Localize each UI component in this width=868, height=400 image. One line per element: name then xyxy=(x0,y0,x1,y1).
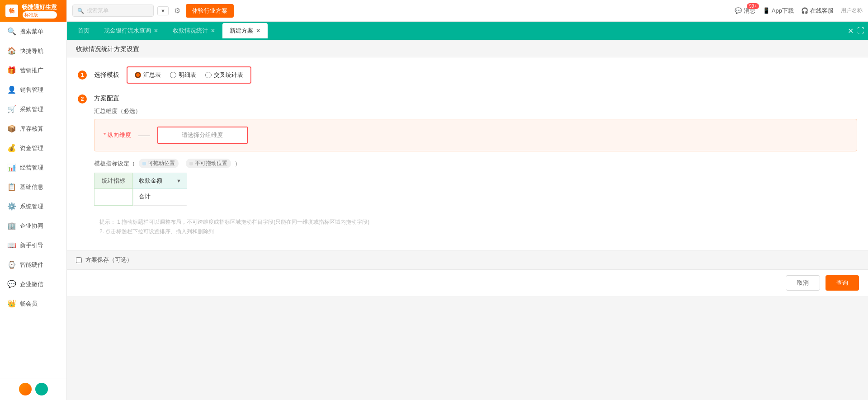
dimension-arrow: —— xyxy=(138,132,150,139)
non-draggable-label: 不可拖动位置 xyxy=(195,160,227,167)
sidebar-item-operations[interactable]: 📊 经营管理 xyxy=(0,158,66,177)
section1-label: 选择模板 xyxy=(94,71,119,79)
sidebar-item-smart-hardware[interactable]: ⌚ 智能硬件 xyxy=(0,255,66,274)
service-btn[interactable]: 🎧 在线客服 xyxy=(801,7,834,15)
notif-badge: 99+ xyxy=(747,3,759,9)
page-title-bar: 收款情况统计方案设置 xyxy=(67,40,868,57)
section2-badge: 2 xyxy=(78,94,87,104)
tab-close-window-btn[interactable]: ✕ xyxy=(848,27,854,35)
industry-btn[interactable]: 体验行业方案 xyxy=(186,4,234,18)
tab-expand-btn[interactable]: ⛶ xyxy=(857,27,864,35)
radio-cross-input[interactable] xyxy=(205,72,212,78)
metrics-label-col: 统计指标 xyxy=(94,173,133,206)
avatar-1 xyxy=(19,383,32,395)
sales-icon: 👤 xyxy=(7,85,16,94)
amount-header-cell[interactable]: 收款金额 ▼ xyxy=(133,173,187,189)
sidebar-item-label-membership: 畅会员 xyxy=(20,300,38,308)
search-menu-icon: 🔍 xyxy=(7,27,16,36)
tab-home-label: 首页 xyxy=(78,27,90,35)
inventory-icon: 📦 xyxy=(7,124,16,133)
dropdown-btn[interactable]: ▼ xyxy=(157,6,169,15)
sidebar-item-system[interactable]: ⚙️ 系统管理 xyxy=(0,197,66,216)
page-content: 收款情况统计方案设置 1 选择模板 汇总表 明细表 xyxy=(67,40,868,400)
user-display: 用户名称 xyxy=(841,7,863,14)
radio-detail[interactable]: 明细表 xyxy=(170,71,196,79)
sidebar-item-purchase[interactable]: 🛒 采购管理 xyxy=(0,99,66,119)
radio-detail-input[interactable] xyxy=(170,72,176,78)
search-placeholder: 搜索菜单 xyxy=(87,7,108,14)
draggable-label: 可拖动位置 xyxy=(148,160,175,167)
download-btn[interactable]: 📱 App下载 xyxy=(763,7,794,15)
sidebar-item-enterprise-wechat[interactable]: 💬 企业微信 xyxy=(0,274,66,294)
metrics-label-header: 统计指标 xyxy=(94,173,132,189)
tab-receipt-stats-label: 收款情况统计 xyxy=(173,27,208,35)
message-icon: 💬 xyxy=(735,7,742,14)
download-icon: 📱 xyxy=(763,7,770,14)
logo-badge: 标准版 xyxy=(23,11,57,19)
page-footer: 取消 查询 xyxy=(67,269,868,296)
tab-bank-flow-close[interactable]: ✕ xyxy=(154,28,158,34)
purchase-icon: 🛒 xyxy=(7,105,16,113)
sidebar-item-marketing[interactable]: 🎁 营销推广 xyxy=(0,61,66,80)
search-box[interactable]: 🔍 搜索菜单 xyxy=(72,5,154,17)
download-label: App下载 xyxy=(772,7,794,15)
quick-nav-icon: 🏠 xyxy=(7,47,16,55)
enterprise-wechat-icon: 💬 xyxy=(7,280,16,288)
dimension-box: * 纵向维度 —— 请选择分组维度 xyxy=(94,119,857,151)
radio-group-template: 汇总表 明细表 交叉统计表 xyxy=(135,71,243,79)
sidebar-item-finance[interactable]: 💰 资金管理 xyxy=(0,138,66,158)
sidebar-item-label-basic-info: 基础信息 xyxy=(20,183,43,191)
tab-bank-flow[interactable]: 现金银行流水查询 ✕ xyxy=(97,23,165,38)
query-button[interactable]: 查询 xyxy=(826,275,859,291)
radio-summary-input[interactable] xyxy=(135,72,141,78)
basic-info-icon: 📋 xyxy=(7,183,16,191)
sidebar-item-membership[interactable]: 👑 畅会员 xyxy=(0,294,66,313)
sidebar-item-enterprise-collab[interactable]: 🏢 企业协同 xyxy=(0,216,66,235)
service-icon: 🎧 xyxy=(801,7,808,14)
tip-line-1: 提示： 1.拖动标题栏可以调整布局，不可跨维度或指标区域拖动栏目字段(只能在同一… xyxy=(99,218,852,226)
radio-cross[interactable]: 交叉统计表 xyxy=(205,71,243,79)
radio-cross-label: 交叉统计表 xyxy=(214,71,243,79)
sidebar-item-inventory[interactable]: 📦 库存核算 xyxy=(0,119,66,138)
tab-receipt-stats-close[interactable]: ✕ xyxy=(211,28,215,34)
dimension-select-btn[interactable]: 请选择分组维度 xyxy=(157,127,248,144)
sidebar: 畅 畅捷通好生意 标准版 🔍 搜索菜单 🏠 快捷导航 🎁 营销推广 👤 销售管理… xyxy=(0,0,67,400)
sidebar-item-label-enterprise-collab: 企业协同 xyxy=(20,222,43,230)
notification-btn[interactable]: 💬 消息 99+ xyxy=(735,7,755,15)
vertical-dim-label: * 纵向维度 xyxy=(104,131,131,139)
sidebar-item-quick-nav[interactable]: 🏠 快捷导航 xyxy=(0,41,66,61)
tip-line-2: 2. 点击标题栏下拉可设置排序、插入列和删除列 xyxy=(99,228,852,235)
smart-hardware-icon: ⌚ xyxy=(7,260,16,269)
save-checkbox[interactable] xyxy=(76,257,82,263)
sidebar-item-sales[interactable]: 👤 销售管理 xyxy=(0,80,66,99)
template-section: 汇总表 明细表 交叉统计表 xyxy=(127,66,251,84)
tab-new-plan[interactable]: 新建方案 ✕ xyxy=(222,23,268,38)
sidebar-item-label-inventory: 库存核算 xyxy=(20,125,43,133)
section1-badge: 1 xyxy=(78,71,87,80)
metrics-config: 模板指标设定（ 可拖动位置 不可拖动位置 ） xyxy=(94,159,857,241)
gear-button[interactable]: ⚙ xyxy=(172,5,182,17)
sidebar-item-label-sales: 销售管理 xyxy=(20,86,43,94)
sidebar-item-label-quick-nav: 快捷导航 xyxy=(20,47,43,55)
bottom-section: 方案保存（可选） xyxy=(67,250,868,269)
metrics-label-cell xyxy=(94,189,132,205)
tab-new-plan-close[interactable]: ✕ xyxy=(256,28,260,34)
service-label: 在线客服 xyxy=(810,7,834,15)
sidebar-item-beginner-guide[interactable]: 📖 新手引导 xyxy=(0,235,66,255)
sidebar-item-basic-info[interactable]: 📋 基础信息 xyxy=(0,177,66,197)
cancel-button[interactable]: 取消 xyxy=(786,275,820,291)
sidebar-item-label-smart-hardware: 智能硬件 xyxy=(20,261,43,269)
tab-bank-flow-label: 现金银行流水查询 xyxy=(104,27,151,35)
sidebar-item-label-purchase: 采购管理 xyxy=(20,105,43,113)
sidebar-item-label-operations: 经营管理 xyxy=(20,164,43,172)
tab-receipt-stats[interactable]: 收款情况统计 ✕ xyxy=(165,23,222,38)
sidebar-nav: 🔍 搜索菜单 🏠 快捷导航 🎁 营销推广 👤 销售管理 🛒 采购管理 📦 库存核… xyxy=(0,22,66,378)
sidebar-item-search-menu[interactable]: 🔍 搜索菜单 xyxy=(0,22,66,41)
logo-text: 畅捷通好生意 xyxy=(22,3,57,11)
radio-summary[interactable]: 汇总表 xyxy=(135,71,161,79)
sidebar-item-label-marketing: 营销推广 xyxy=(20,66,43,75)
tab-bar-actions: ✕ ⛶ xyxy=(848,27,864,35)
tab-bar: 首页 现金银行流水查询 ✕ 收款情况统计 ✕ 新建方案 ✕ ✕ ⛶ xyxy=(67,22,868,40)
metrics-title-text: 模板指标设定（ xyxy=(94,160,135,168)
tab-home[interactable]: 首页 xyxy=(71,23,97,38)
